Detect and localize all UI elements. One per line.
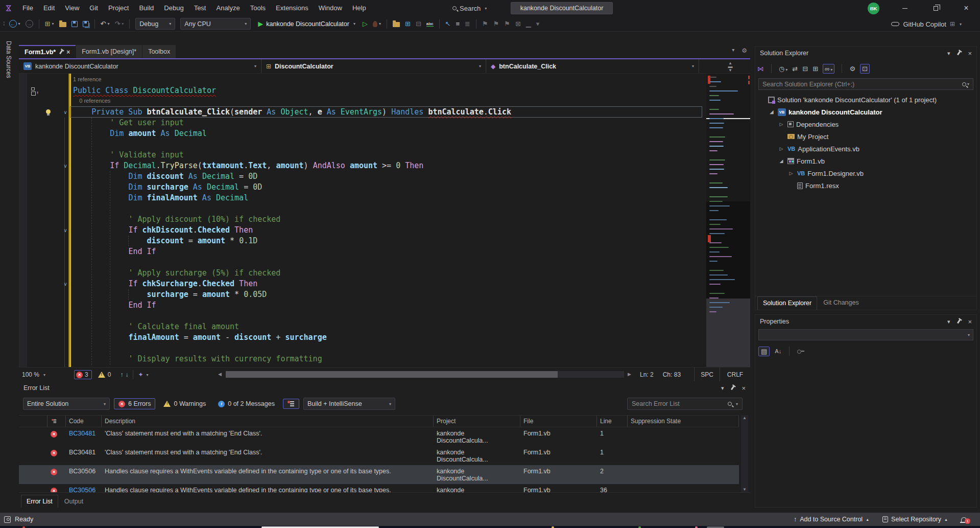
- menu-test[interactable]: Test: [189, 4, 211, 12]
- collapse-chevron-icon[interactable]: ∨: [62, 279, 69, 289]
- close-icon[interactable]: ×: [968, 318, 972, 326]
- tab-form1-vb-design-[interactable]: Form1.vb [Design]*: [76, 45, 142, 58]
- restore-button[interactable]: [924, 0, 947, 16]
- pin-icon[interactable]: [59, 50, 63, 54]
- close-button[interactable]: ×: [954, 0, 978, 16]
- split-editor-handle[interactable]: ▴▬▾: [725, 61, 736, 72]
- github-copilot-button[interactable]: GitHub Copilot ⊞ ▾: [891, 16, 962, 32]
- inheritance-margin-icon[interactable]: [31, 87, 35, 90]
- spaces-indicator[interactable]: SPC: [694, 368, 720, 382]
- warnings-filter-button[interactable]: 0 Warnings: [159, 399, 210, 409]
- codelens-link[interactable]: 1 reference: [19, 75, 706, 85]
- multi-filter-button[interactable]: [283, 399, 299, 409]
- vertical-scrollbar[interactable]: ▲ ▼: [741, 415, 748, 492]
- window-menu-icon[interactable]: ▾: [947, 50, 950, 57]
- expander-open-icon[interactable]: ◢: [768, 109, 775, 114]
- spell-check-icon[interactable]: abc: [424, 18, 436, 30]
- configuration-select[interactable]: Debug▾: [135, 18, 175, 30]
- type-dropdown[interactable]: ⊞ DiscountCalculator ▾: [261, 59, 486, 73]
- solution-search-input[interactable]: Search Solution Explorer (Ctrl+;) ▾: [758, 78, 973, 90]
- menu-help[interactable]: Help: [347, 4, 371, 12]
- toolbar-overflow-icon[interactable]: ▁: [524, 18, 533, 30]
- menu-window[interactable]: Window: [314, 4, 347, 12]
- select-repository-button[interactable]: Select Repository ▲: [882, 516, 948, 523]
- hot-reload-icon[interactable]: ▾: [371, 18, 383, 30]
- scrollbar-thumb[interactable]: [226, 371, 558, 378]
- indent-icon[interactable]: ≡: [453, 18, 462, 30]
- pending-changes-filter-icon[interactable]: ◷▾: [779, 65, 787, 73]
- scroll-right-icon[interactable]: ▶: [628, 372, 631, 377]
- start-debugging-button[interactable]: ▶kankonde DiscountCalculator▾: [254, 18, 360, 30]
- header-blank[interactable]: [19, 416, 47, 427]
- header-file[interactable]: File: [520, 416, 597, 427]
- redo-icon[interactable]: ↷▾: [112, 18, 126, 30]
- error-row[interactable]: ✕BC30506Handles clause requires a WithEv…: [19, 484, 739, 492]
- expander-closed-icon[interactable]: ▷: [778, 122, 785, 127]
- copilot-chat-icon[interactable]: ⊞: [950, 20, 955, 28]
- tab-list-dropdown-icon[interactable]: ▾: [732, 47, 734, 54]
- menu-view[interactable]: View: [60, 4, 84, 12]
- tab-form1-vb-[interactable]: Form1.vb*×: [19, 45, 76, 58]
- tab-git-changes[interactable]: Git Changes: [818, 296, 864, 310]
- collapse-chevron-icon[interactable]: ∨: [62, 225, 69, 236]
- minimize-button[interactable]: [893, 0, 917, 16]
- error-row[interactable]: ✕BC30481'Class' statement must end with …: [19, 446, 739, 465]
- zoom-select[interactable]: 100 % ▾: [22, 368, 45, 382]
- source-select[interactable]: Build + IntelliSense▾: [303, 398, 395, 410]
- line-ending-indicator[interactable]: CRLF: [720, 368, 750, 382]
- collapse-all-icon[interactable]: ⊟: [802, 65, 808, 73]
- account-avatar[interactable]: BK: [868, 3, 879, 14]
- window-menu-icon[interactable]: ▾: [721, 385, 724, 392]
- chevron-down-icon[interactable]: ▾: [146, 373, 148, 377]
- header-code[interactable]: Code: [66, 416, 102, 427]
- warning-count-button[interactable]: 0: [98, 371, 111, 378]
- error-row[interactable]: ✕BC30506Handles clause requires a WithEv…: [19, 465, 739, 484]
- pin-icon[interactable]: [957, 319, 961, 324]
- pin-icon[interactable]: [731, 386, 734, 390]
- tab-output[interactable]: Output: [59, 495, 89, 508]
- messages-filter-button[interactable]: i 0 of 2 Messages: [214, 399, 279, 409]
- tree-item-applicationevents-vb[interactable]: ▷VBApplicationEvents.vb: [755, 143, 976, 155]
- tab-toolbox[interactable]: Toolbox: [142, 45, 176, 58]
- prev-issue-icon[interactable]: ↑: [120, 371, 123, 378]
- toolbar-options-icon[interactable]: ▾: [534, 18, 542, 30]
- menu-project[interactable]: Project: [103, 4, 134, 12]
- preview-selected-icon[interactable]: ⊡: [860, 64, 870, 74]
- tab-solution-explorer[interactable]: Solution Explorer: [757, 296, 817, 310]
- header-suppression-state[interactable]: Suppression State: [628, 416, 739, 427]
- minimap-scrollbar[interactable]: [706, 74, 750, 367]
- split-window-icon[interactable]: ⊟: [414, 18, 423, 30]
- menu-git[interactable]: Git: [84, 4, 103, 12]
- collapse-chevron-icon[interactable]: ∨: [62, 107, 69, 118]
- save-icon[interactable]: [69, 18, 80, 30]
- header-blank[interactable]: [47, 416, 66, 427]
- tree-item-solution-kankonde-discountcalc[interactable]: Solution 'kankonde DiscountCalculator' (…: [755, 94, 976, 106]
- property-pages-icon[interactable]: [797, 349, 804, 353]
- alphabetical-icon[interactable]: A↓: [775, 348, 781, 354]
- header-description[interactable]: Description: [102, 416, 434, 427]
- save-all-icon[interactable]: [81, 18, 91, 30]
- scroll-left-icon[interactable]: ◀: [218, 372, 222, 377]
- switch-views-icon[interactable]: ⋈: [757, 65, 764, 73]
- object-select[interactable]: ▾: [758, 329, 973, 340]
- code-cleanup-icon[interactable]: ✦: [138, 371, 143, 378]
- code-editor[interactable]: 1 referencePublic Class DiscountCalculat…: [19, 74, 750, 367]
- new-project-icon[interactable]: ⊞▾: [43, 18, 56, 30]
- menu-edit[interactable]: Edit: [38, 4, 60, 12]
- open-file-icon[interactable]: [57, 18, 68, 30]
- expander-open-icon[interactable]: ◢: [778, 158, 785, 164]
- error-code[interactable]: BC30481: [66, 449, 102, 456]
- sync-with-active-document-icon[interactable]: ⇄: [792, 65, 798, 73]
- sync-selection-icon[interactable]: ∞▾: [823, 64, 834, 74]
- header-line[interactable]: Line: [597, 416, 628, 427]
- horizontal-scrollbar[interactable]: [226, 371, 624, 378]
- prev-bookmark-icon[interactable]: ⚑: [491, 18, 501, 30]
- add-to-source-control-button[interactable]: ↑ Add to Source Control ▲: [794, 516, 869, 523]
- notifications-button[interactable]: 1: [961, 517, 967, 522]
- scroll-up-icon[interactable]: ▲: [741, 416, 748, 420]
- header-project[interactable]: Project: [434, 416, 520, 427]
- codelens-link[interactable]: 0 references: [19, 96, 706, 107]
- expander-closed-icon[interactable]: ▷: [787, 171, 795, 176]
- error-code[interactable]: BC30481: [66, 430, 102, 437]
- window-menu-icon[interactable]: ▾: [947, 318, 950, 325]
